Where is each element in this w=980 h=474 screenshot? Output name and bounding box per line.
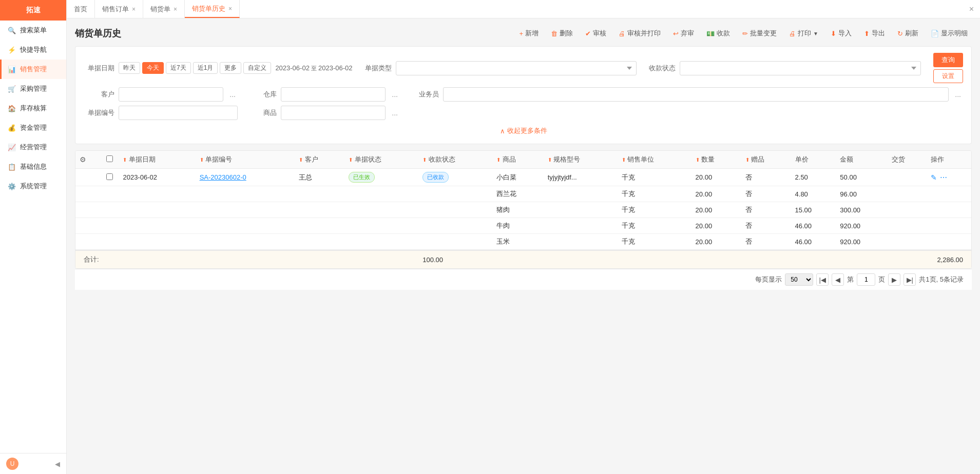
audit-button[interactable]: ✔ 审核 <box>581 27 610 40</box>
filter-collect-status-select[interactable] <box>680 61 921 75</box>
main-area: 首页 销售订单 × 销货单 × 销货单历史 × × 销货单历史 + 新增 <box>67 0 980 474</box>
filter-warehouse-input[interactable] <box>281 87 386 102</box>
tab-home[interactable]: 首页 <box>67 0 95 18</box>
page-number-input[interactable] <box>857 273 875 286</box>
row-doc-no-link[interactable]: SA-20230602-0 <box>200 173 246 181</box>
tab-sales-history[interactable]: 销货单历史 × <box>185 0 240 18</box>
sidebar-item-inventory-calc[interactable]: 🏠 库存核算 <box>0 98 66 118</box>
col-customer[interactable]: ⬆ 客户 <box>295 151 344 169</box>
warehouse-ellipsis[interactable]: ... <box>390 90 400 98</box>
tab-sales-delivery[interactable]: 销货单 × <box>143 0 185 18</box>
first-page-button[interactable]: |◀ <box>816 273 829 286</box>
sidebar-item-search-menu[interactable]: 🔍 搜索菜单 <box>0 21 66 40</box>
filter-goods-input[interactable] <box>281 106 386 120</box>
col-spec[interactable]: ⬆ 规格型号 <box>544 151 618 169</box>
sidebar-collapse-button[interactable]: ◀ <box>55 460 60 468</box>
filter-collect-status-label: 收款状态 <box>645 64 676 73</box>
date-btn-yesterday[interactable]: 昨天 <box>119 62 140 74</box>
col-doc-status[interactable]: ⬆ 单据状态 <box>344 151 418 169</box>
trend-icon: 📈 <box>8 143 16 151</box>
sidebar-item-quick-nav[interactable]: ⚡ 快捷导航 <box>0 40 66 60</box>
row-gift: 否 <box>741 202 791 218</box>
row-doc-no <box>196 218 295 234</box>
audit-print-icon: 🖨 <box>619 30 625 37</box>
row-unit-price: 4.80 <box>791 186 836 202</box>
last-page-button[interactable]: ▶| <box>904 273 916 286</box>
col-unit[interactable]: ⬆ 销售单位 <box>618 151 691 169</box>
more-icon[interactable]: ⋯ <box>940 173 947 182</box>
tab-sales-history-close[interactable]: × <box>228 5 232 12</box>
collect-button[interactable]: 💵 收款 <box>702 27 734 40</box>
tab-sales-order[interactable]: 销售订单 × <box>95 0 143 18</box>
query-button[interactable]: 查询 <box>933 53 963 67</box>
data-table-container: ⚙ ⬆ 单据日期 ⬆ 单据编号 ⬆ 客户 ⬆ 单据状态 ⬆ 收款状态 ⬆ 商品 … <box>75 150 972 269</box>
settings-button[interactable]: 设置 <box>933 69 963 83</box>
row-checkbox[interactable] <box>106 173 113 180</box>
filter-doc-type-select[interactable] <box>396 61 637 75</box>
col-collect-status[interactable]: ⬆ 收款状态 <box>418 151 492 169</box>
col-gift[interactable]: ⬆ 赠品 <box>741 151 791 169</box>
import-button[interactable]: ⬇ 导入 <box>827 27 856 40</box>
row-collect-status <box>418 202 492 218</box>
sidebar-item-purchase-mgmt[interactable]: 🛒 采购管理 <box>0 79 66 98</box>
sidebar-bottom: U ◀ <box>0 453 66 474</box>
select-all-checkbox[interactable] <box>106 155 113 162</box>
row-doc-date <box>119 218 195 234</box>
refresh-button[interactable]: ↻ 刷新 <box>893 27 923 40</box>
filter-docno-input[interactable] <box>119 106 238 120</box>
goods-ellipsis[interactable]: ... <box>390 109 400 117</box>
row-unit-price: 2.50 <box>791 169 836 186</box>
tab-home-label: 首页 <box>74 5 87 14</box>
abandon-button[interactable]: ↩ 弃审 <box>669 27 698 40</box>
date-btn-1month[interactable]: 近1月 <box>193 62 218 74</box>
col-unit-price: 单价 <box>791 151 836 169</box>
new-button[interactable]: + 新增 <box>515 27 543 40</box>
tab-sales-delivery-close[interactable]: × <box>174 6 177 13</box>
sidebar-item-basic-info[interactable]: 📋 基础信息 <box>0 157 66 176</box>
show-detail-button[interactable]: 📄 显示明细 <box>927 27 972 40</box>
date-btn-7days[interactable]: 近7天 <box>166 62 191 74</box>
date-btn-more[interactable]: 更多 <box>220 62 241 74</box>
row-doc-no <box>196 186 295 202</box>
sort-icon: ⬆ <box>299 157 303 163</box>
next-page-button[interactable]: ▶ <box>888 273 900 286</box>
chevron-up-icon: ∧ <box>500 127 505 135</box>
sidebar-item-operation-mgmt[interactable]: 📈 经营管理 <box>0 137 66 157</box>
edit-icon[interactable]: ✎ <box>931 173 937 182</box>
filter-salesperson-input[interactable] <box>443 87 949 102</box>
filter-collapse-button[interactable]: ∧ 收起更多条件 <box>84 124 963 137</box>
customer-ellipsis[interactable]: ... <box>227 90 238 98</box>
row-doc-date: 2023-06-02 <box>119 169 195 186</box>
delete-button[interactable]: 🗑 删除 <box>547 27 577 40</box>
print-button[interactable]: 🖨 打印 ▼ <box>785 27 822 40</box>
audit-print-button[interactable]: 🖨 审核并打印 <box>614 27 665 40</box>
tab-bar: 首页 销售订单 × 销货单 × 销货单历史 × × <box>67 0 980 18</box>
col-doc-no[interactable]: ⬆ 单据编号 <box>196 151 295 169</box>
sidebar-item-sys-mgmt[interactable]: ⚙️ 系统管理 <box>0 176 66 196</box>
sidebar-item-sales-mgmt[interactable]: 📊 销售管理 <box>0 60 66 79</box>
export-button[interactable]: ⬆ 导出 <box>860 27 889 40</box>
col-quantity[interactable]: ⬆ 数量 <box>691 151 741 169</box>
home-icon: 🏠 <box>8 104 16 112</box>
batch-change-button[interactable]: ✏ 批量变更 <box>738 27 781 40</box>
col-doc-date[interactable]: ⬆ 单据日期 <box>119 151 195 169</box>
table-footer: 合计: 100.00 2,286.00 <box>75 250 971 268</box>
settings-col-icon[interactable]: ⚙ <box>80 155 86 164</box>
filter-date-label: 单据日期 <box>84 64 114 73</box>
date-btn-custom[interactable]: 自定义 <box>243 62 271 74</box>
salesperson-ellipsis[interactable]: ... <box>953 90 963 98</box>
prev-page-button[interactable]: ◀ <box>832 273 844 286</box>
filter-row-1: 单据日期 昨天 今天 近7天 近1月 更多 自定义 2023-06-02 至 2… <box>84 53 963 83</box>
tab-bar-close-all[interactable]: × <box>969 5 980 14</box>
per-page-select[interactable]: 50 100 200 <box>785 273 813 286</box>
filter-customer-input[interactable] <box>119 87 223 102</box>
col-settings[interactable]: ⚙ <box>75 151 102 169</box>
row-gift: 否 <box>741 234 791 250</box>
row-unit-price: 46.00 <box>791 234 836 250</box>
col-goods[interactable]: ⬆ 商品 <box>492 151 543 169</box>
sidebar-item-fund-mgmt[interactable]: 💰 资金管理 <box>0 118 66 137</box>
tab-sales-order-close[interactable]: × <box>132 6 136 13</box>
row-unit: 千克 <box>618 169 691 186</box>
date-btn-today[interactable]: 今天 <box>142 62 164 74</box>
sidebar-item-label: 资金管理 <box>20 123 47 132</box>
